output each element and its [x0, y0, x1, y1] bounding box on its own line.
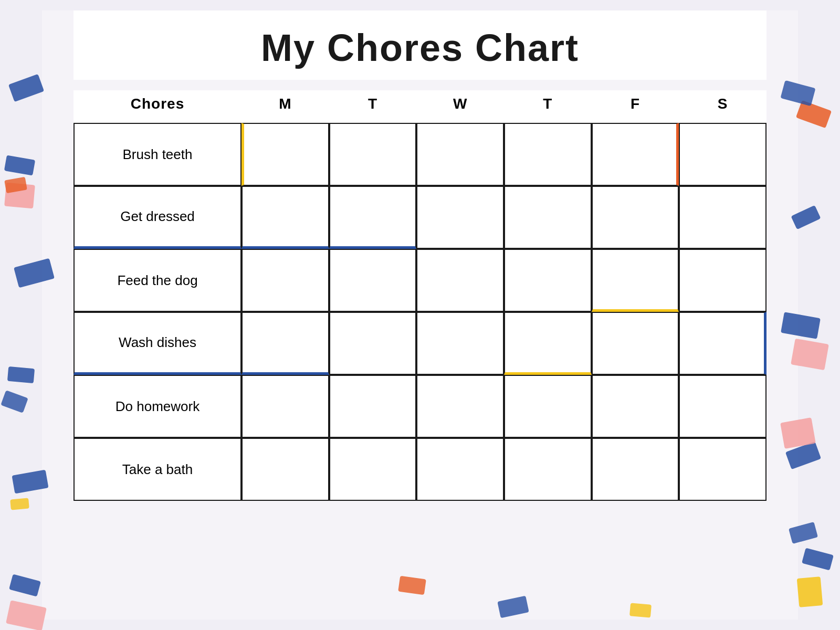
chore-6-day-1[interactable] [242, 438, 329, 501]
chore-row-6: Take a bath [74, 438, 766, 501]
chore-row-3: Feed the dog [74, 249, 766, 312]
chore-4-day-4[interactable] [504, 312, 592, 375]
chore-label-3: Feed the dog [74, 249, 242, 312]
day-header-t1: T [329, 90, 417, 118]
day-header-w: W [416, 90, 504, 118]
chore-label-2: Get dressed [74, 186, 242, 249]
chore-2-day-5[interactable] [592, 186, 679, 249]
day-header-s: S [679, 90, 766, 118]
decoration-1 [4, 155, 35, 175]
chore-1-day-5[interactable] [592, 123, 679, 186]
chore-label-1: Brush teeth [74, 123, 242, 186]
chore-row-2: Get dressed [74, 186, 766, 249]
chore-6-day-2[interactable] [329, 438, 417, 501]
chore-2-day-3[interactable] [416, 186, 504, 249]
chore-6-day-3[interactable] [416, 438, 504, 501]
extra-decoration-3 [1, 390, 28, 413]
chores-column-header: Chores [74, 90, 242, 118]
chore-4-day-3[interactable] [416, 312, 504, 375]
chore-3-day-5[interactable] [592, 249, 679, 312]
chore-2-day-6[interactable] [679, 186, 766, 249]
chore-6-day-4[interactable] [504, 438, 592, 501]
decoration-6 [796, 100, 832, 128]
chore-5-day-6[interactable] [679, 375, 766, 438]
chore-1-day-6[interactable] [679, 123, 766, 186]
chart-header: Chores M T W T F S [74, 90, 766, 123]
chore-2-day-2[interactable] [329, 186, 417, 249]
chore-6-day-5[interactable] [592, 438, 679, 501]
extra-decoration-4 [10, 498, 29, 510]
day-header-t2: T [504, 90, 592, 118]
chore-1-day-2[interactable] [329, 123, 417, 186]
chore-1-day-1[interactable] [242, 123, 329, 186]
chore-row-5: Do homework [74, 375, 766, 438]
decoration-3 [7, 366, 35, 383]
chore-label-6: Take a bath [74, 438, 242, 501]
chore-row-4: Wash dishes [74, 312, 766, 375]
chore-4-day-2[interactable] [329, 312, 417, 375]
chore-3-day-1[interactable] [242, 249, 329, 312]
chore-3-day-6[interactable] [679, 249, 766, 312]
chore-4-day-1[interactable] [242, 312, 329, 375]
chore-2-day-4[interactable] [504, 186, 592, 249]
chore-2-day-1[interactable] [242, 186, 329, 249]
chore-6-day-6[interactable] [679, 438, 766, 501]
chore-5-day-1[interactable] [242, 375, 329, 438]
chore-row-1: Brush teeth [74, 123, 766, 186]
day-header-m: M [242, 90, 329, 118]
decoration-11 [780, 417, 816, 449]
chore-1-day-4[interactable] [504, 123, 592, 186]
chore-4-day-6[interactable] [679, 312, 766, 375]
page-title: My Chores Chart [84, 26, 756, 69]
chore-1-day-3[interactable] [416, 123, 504, 186]
chore-3-day-4[interactable] [504, 249, 592, 312]
decoration-7 [797, 576, 823, 607]
chart-container: Chores M T W T F S Brush teeth Get dress… [74, 90, 766, 501]
chore-5-day-5[interactable] [592, 375, 679, 438]
chore-5-day-2[interactable] [329, 375, 417, 438]
chore-5-day-4[interactable] [504, 375, 592, 438]
decoration-0 [8, 74, 44, 102]
extra-decoration-6 [6, 600, 47, 630]
decoration-5 [9, 574, 41, 596]
decoration-12 [802, 548, 834, 570]
title-area: My Chores Chart [74, 10, 766, 80]
page-container: My Chores Chart Chores M T W T F S Brush… [42, 10, 798, 620]
day-header-f: F [592, 90, 679, 118]
chore-3-day-2[interactable] [329, 249, 417, 312]
chore-label-5: Do homework [74, 375, 242, 438]
extra-decoration-9 [629, 603, 652, 617]
chore-5-day-3[interactable] [416, 375, 504, 438]
chore-4-day-5[interactable] [592, 312, 679, 375]
chore-3-day-3[interactable] [416, 249, 504, 312]
chore-label-4: Wash dishes [74, 312, 242, 375]
